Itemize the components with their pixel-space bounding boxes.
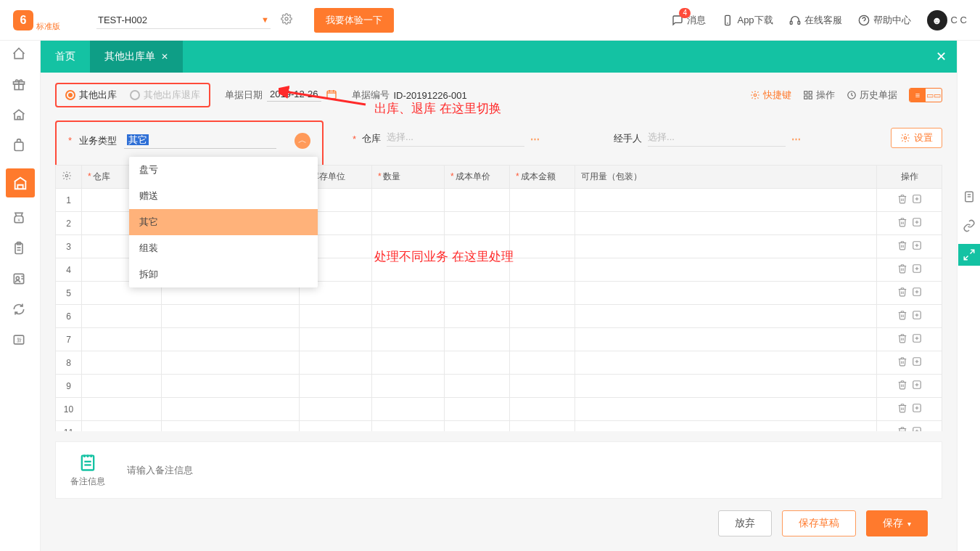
- save-button[interactable]: 保存 ▾: [866, 510, 928, 536]
- tabs-close-all[interactable]: ✕: [925, 41, 957, 73]
- tab-current[interactable]: 其他出库单 ✕: [90, 41, 183, 73]
- col-avail: 可用量（包装）: [575, 166, 877, 189]
- add-icon[interactable]: [912, 312, 922, 322]
- add-icon[interactable]: [912, 382, 922, 392]
- more-icon[interactable]: ⋯: [530, 134, 541, 144]
- add-icon[interactable]: [912, 266, 922, 276]
- table-row[interactable]: 9: [56, 375, 942, 398]
- nav-house-icon[interactable]: [12, 107, 29, 125]
- card-view-icon[interactable]: ▭▭: [926, 89, 942, 102]
- delete-icon[interactable]: [897, 289, 907, 299]
- history-link[interactable]: 历史单据: [847, 89, 897, 102]
- hotkey-label: 快捷键: [763, 89, 791, 102]
- delete-icon[interactable]: [897, 312, 907, 322]
- customer-service-link[interactable]: 在线客服: [789, 14, 842, 27]
- project-select[interactable]: TEST-H002 ▼: [96, 12, 271, 29]
- calendar-icon[interactable]: [326, 89, 337, 102]
- rail-note-icon[interactable]: [958, 186, 980, 208]
- table-row[interactable]: 7: [56, 328, 942, 351]
- remark-title: 备注信息: [70, 476, 105, 488]
- rail-link-icon[interactable]: [958, 215, 980, 237]
- dd-item-zengsong[interactable]: 赠送: [129, 183, 318, 209]
- rail-expand-icon[interactable]: [958, 244, 980, 266]
- row-index: 11: [56, 421, 82, 432]
- annotation-handle: 处理不同业务 在这里处理: [374, 248, 514, 265]
- delete-icon[interactable]: [897, 196, 907, 206]
- add-icon[interactable]: [912, 242, 922, 253]
- view-toggle[interactable]: ≡ ▭▭: [909, 88, 942, 102]
- col-qty: *数量: [372, 166, 445, 189]
- nav-money-icon[interactable]: ¥: [12, 211, 29, 228]
- messages-link[interactable]: 4 消息: [672, 14, 706, 27]
- delete-icon[interactable]: [897, 242, 907, 253]
- doc-date: 单据日期 2019-12-26: [225, 89, 337, 102]
- ops-link[interactable]: 操作: [803, 89, 835, 102]
- delete-icon[interactable]: [897, 405, 907, 415]
- nav-home-icon[interactable]: [12, 46, 29, 64]
- nav-contact-icon[interactable]: [12, 272, 29, 289]
- avatar-icon: ☻: [927, 10, 947, 30]
- delete-icon[interactable]: [897, 359, 907, 369]
- handler-input[interactable]: 选择...: [648, 131, 786, 147]
- nav-warehouse-icon[interactable]: [6, 168, 35, 197]
- warehouse-input[interactable]: 选择...: [387, 131, 524, 147]
- delete-icon[interactable]: [897, 382, 907, 392]
- gear-icon: [750, 90, 760, 100]
- table-row[interactable]: 6: [56, 305, 942, 328]
- ops-label: 操作: [816, 89, 835, 102]
- table-row[interactable]: 8: [56, 351, 942, 375]
- hotkey-link[interactable]: 快捷键: [750, 89, 791, 102]
- app-header: 6 标准版 TEST-H002 ▼ 我要体验一下 4 消息 App下载 在线客服…: [0, 0, 980, 41]
- gear-icon[interactable]: [281, 13, 292, 27]
- table-row[interactable]: 10: [56, 398, 942, 421]
- customer-service-label: 在线客服: [804, 14, 842, 27]
- delete-icon[interactable]: [897, 335, 907, 346]
- add-icon[interactable]: [912, 219, 922, 229]
- nav-clipboard-icon[interactable]: [12, 241, 29, 258]
- table-row[interactable]: 11: [56, 421, 942, 432]
- doc-code-value: ID-20191226-001: [394, 90, 467, 101]
- nav-new-icon[interactable]: 新: [12, 332, 29, 350]
- add-icon[interactable]: [912, 196, 922, 206]
- business-type-input[interactable]: 其它: [124, 132, 276, 149]
- help-link[interactable]: 帮助中心: [858, 14, 911, 27]
- add-icon[interactable]: [912, 289, 922, 299]
- required-star: *: [353, 134, 356, 144]
- delete-icon[interactable]: [897, 219, 907, 229]
- settings-button[interactable]: 设置: [891, 128, 942, 148]
- discard-button[interactable]: 放弃: [718, 510, 772, 536]
- close-icon[interactable]: ✕: [161, 52, 168, 62]
- dd-item-qita[interactable]: 其它: [129, 209, 318, 235]
- badge-count: 4: [679, 8, 691, 18]
- dd-item-chaixie[interactable]: 拆卸: [129, 261, 318, 287]
- dd-item-zuzhuang[interactable]: 组装: [129, 235, 318, 261]
- gear-icon: [900, 133, 910, 143]
- add-icon[interactable]: [912, 428, 922, 431]
- add-icon[interactable]: [912, 335, 922, 346]
- doc-date-value[interactable]: 2019-12-26: [267, 89, 321, 102]
- chevron-up-icon[interactable]: ︿: [295, 133, 310, 149]
- add-icon[interactable]: [912, 405, 922, 415]
- more-icon[interactable]: ⋯: [791, 134, 802, 144]
- nav-gift-icon[interactable]: [12, 77, 29, 94]
- list-view-icon[interactable]: ≡: [910, 89, 926, 102]
- radio-return[interactable]: 其他出库退库: [130, 89, 200, 102]
- app-download-link[interactable]: App下载: [722, 14, 773, 27]
- warehouse-field: * 仓库 选择... ⋯: [353, 131, 541, 147]
- col-gear[interactable]: [56, 166, 82, 189]
- radio-outbound[interactable]: 其他出库: [65, 89, 117, 102]
- delete-icon[interactable]: [897, 428, 907, 431]
- add-icon[interactable]: [912, 359, 922, 369]
- svg-point-32: [904, 136, 907, 139]
- remark-input[interactable]: [123, 460, 927, 480]
- handler-label: 经手人: [614, 132, 642, 145]
- tab-home[interactable]: 首页: [41, 41, 90, 73]
- save-draft-button[interactable]: 保存草稿: [782, 510, 856, 536]
- delete-icon[interactable]: [897, 266, 907, 276]
- nav-refresh-icon[interactable]: [12, 302, 29, 319]
- try-button[interactable]: 我要体验一下: [314, 8, 394, 33]
- nav-bag-icon[interactable]: [12, 138, 29, 155]
- dd-item-pankui[interactable]: 盘亏: [129, 157, 318, 183]
- user-menu[interactable]: ☻ C C: [927, 10, 967, 30]
- row-ops: [877, 189, 942, 212]
